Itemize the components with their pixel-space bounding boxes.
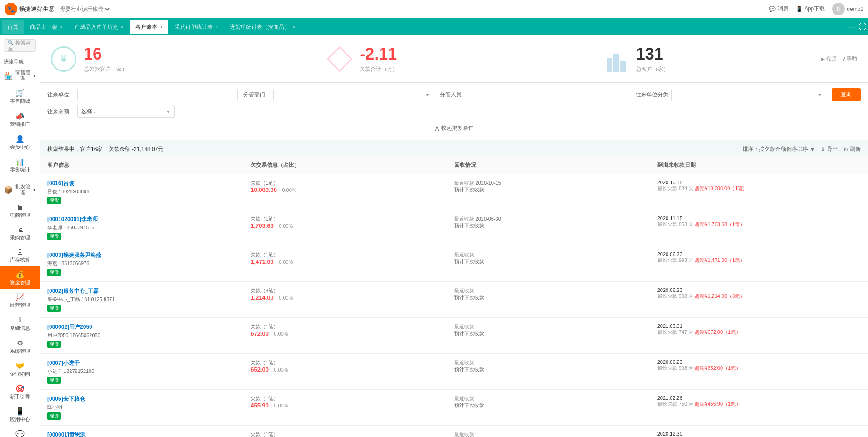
sidebar-item-retail-store[interactable]: 🛒 零售商城 (0, 85, 40, 108)
sidebar-item-corp-wechat[interactable]: 💬 企业微信 (0, 426, 40, 437)
quick-nav-label: 快捷导航 (0, 55, 40, 66)
person-input[interactable]: ··· (470, 89, 630, 101)
person-label: 分管人员 (440, 91, 467, 99)
sidebar-item-batch-mgmt[interactable]: 📦 批发管理 ▾ (0, 180, 40, 199)
tab-customer-account-close[interactable]: × (160, 25, 163, 30)
sidebar-item-basic-info[interactable]: ℹ 基础信息 (0, 312, 40, 335)
sidebar-item-retail-stats[interactable]: 📊 零售统计 (0, 154, 40, 176)
message-btn[interactable]: 💬 消息 (769, 5, 788, 13)
tab-customer-account[interactable]: 客户账本 × (130, 20, 168, 34)
customer-name-4[interactable]: [000002]用户2050 (47, 323, 251, 331)
yuan-icon: ¥ (51, 46, 76, 72)
video-action-btn[interactable]: ▶ 视频 (821, 55, 837, 63)
export-btn[interactable]: ⬇ 导出 (821, 146, 838, 153)
corp-wechat-icon: 💬 (15, 430, 25, 437)
customer-name-7[interactable]: [000001]黄思源 (47, 431, 251, 437)
sidebar-item-app-center[interactable]: 📱 应用中心 (0, 403, 40, 426)
tab-purchase-order-close[interactable]: × (216, 25, 218, 30)
overdue-link-4[interactable]: 超期¥672.00（1笔） (695, 329, 741, 335)
customer-name-2[interactable]: [0003]畅捷服务尹海燕 (47, 251, 251, 259)
tab-home[interactable]: 首页 (2, 20, 24, 34)
sidebar-item-ecommerce[interactable]: 🖥 电商管理 (0, 200, 40, 222)
overdue-link-0[interactable]: 超期¥10,000.00（1笔） (695, 186, 748, 191)
customer-info-4: 用户2050 18665062050 (47, 332, 251, 339)
sidebar-item-marketing[interactable]: 📣 营销推广 (0, 108, 40, 131)
balance-select[interactable]: 选择... ▼ (77, 105, 175, 118)
user-profile[interactable]: D demo2 (832, 3, 863, 15)
bld-bar-3 (620, 61, 626, 72)
tab-product-history[interactable]: 产成品入库单历史 × (69, 20, 129, 34)
inventory-icon: 🗄 (16, 248, 24, 256)
debt-amount-4[interactable]: 672.00 (251, 330, 269, 337)
customer-name-1[interactable]: [0001020001]李老师 (47, 216, 251, 223)
from-unit-input[interactable]: ··· (77, 89, 238, 101)
debt-amount-3[interactable]: 1,214.00 (251, 294, 274, 301)
last-collect-label-3: 最近收款 (454, 288, 474, 293)
debt-amount-6[interactable]: 455.90 (251, 402, 269, 409)
collection-info-0: 最近收款 2020-10-15 (454, 180, 657, 186)
overdue-link-5[interactable]: 超期¥652.00（1笔） (695, 365, 741, 371)
sidebar-item-purchase[interactable]: 🛍 采购管理 (0, 222, 40, 244)
newbie-icon: 🎯 (15, 384, 25, 393)
main-wrapper: 🔍 搜索菜单 快捷导航 🏪 零售管理 ▾ 🛒 零售商城 📣 营销推广 👤 会员中… (0, 35, 868, 437)
sidebar-item-inventory[interactable]: 🗄 库存核算 (0, 244, 40, 266)
sidebar-item-retail-store-label: 零售商城 (10, 98, 30, 104)
tab-purchase-order[interactable]: 采购订单统计表 × (169, 20, 224, 34)
debt-label-1: 欠款（1笔） (251, 216, 454, 222)
sidebar-item-system[interactable]: ⚙ 系统管理 (0, 335, 40, 358)
debt-amount-2[interactable]: 1,471.00 (251, 258, 274, 265)
customer-badge-6: 现货 (47, 412, 61, 420)
tab-expand-btn[interactable]: ⛶ (859, 23, 866, 31)
overdue-link-2[interactable]: 超期¥1,471.00（1笔） (695, 257, 745, 263)
sidebar-item-finance[interactable]: 💰 资金管理 (0, 266, 40, 289)
customer-badge-5: 现货 (47, 377, 61, 384)
query-btn[interactable]: 查询 (832, 88, 861, 101)
customer-name-0[interactable]: [0016]吕俊 (47, 180, 251, 187)
debt-amount-5[interactable]: 652.00 (251, 366, 269, 373)
sidebar-item-finance-label: 资金管理 (10, 280, 30, 286)
col-header-debt: 欠交易信息（占比） (251, 161, 454, 169)
sidebar-item-retail-mgmt[interactable]: 🏪 零售管理 ▾ (0, 66, 40, 85)
next-collect-6: 预计下次收款 (454, 402, 657, 409)
dept-select[interactable]: ▼ (273, 89, 434, 101)
overdue-link-3[interactable]: 超期¥1,214.00（3笔） (695, 293, 745, 299)
system-icon: ⚙ (17, 339, 23, 347)
tab-product-shelf[interactable]: 商品上下架 × (25, 20, 68, 34)
sidebar-item-member[interactable]: 👤 会员中心 (0, 131, 40, 154)
tab-product-history-close[interactable]: × (121, 25, 124, 30)
debt-amount-0[interactable]: 10,000.00 (251, 186, 277, 193)
message-icon: 💬 (769, 6, 776, 12)
debt-amount-1[interactable]: 1,703.68 (251, 222, 274, 229)
tab-minimize-btn[interactable]: — (849, 23, 856, 31)
sidebar-item-newbie[interactable]: 🎯 新手引导 (0, 381, 40, 403)
sidebar-item-enterprise[interactable]: 🤝 企业协同 (0, 358, 40, 381)
customer-name-5[interactable]: [0007]小进干 (47, 359, 251, 367)
logo-area: 🐾 畅捷通好生意 (5, 3, 55, 15)
brand-selector[interactable]: 母婴行业演示账套 (58, 5, 111, 13)
tab-product-shelf-label: 商品上下架 (30, 23, 57, 31)
overdue-days-3: 最长欠款 998 天 超期¥1,214.00（3笔） (657, 293, 861, 300)
table-row: [000001]黄思源 黄思源 13552700226 现货 欠款（1笔） 42… (40, 426, 868, 437)
debt-label-7: 欠款（1笔） (251, 431, 454, 437)
sidebar-item-member-label: 会员中心 (10, 144, 30, 150)
collection-info-4: 最近收款 (454, 323, 657, 330)
overdue-link-1[interactable]: 超期¥1,703.68（1笔） (695, 221, 745, 227)
customer-name-6[interactable]: [0006]去下粮仓 (47, 395, 251, 403)
search-menu-btn[interactable]: 🔍 搜索菜单 (4, 39, 36, 52)
app-download-btn[interactable]: 📱 App下载 (796, 5, 825, 13)
tab-inventory-stats-close[interactable]: × (292, 25, 295, 30)
table-row: [0002]服务中心_丁磊 服务中心_丁磊 181 0125 8371 现货 欠… (40, 282, 868, 318)
tab-product-shelf-close[interactable]: × (60, 25, 63, 30)
help-action-btn[interactable]: ? 帮助 (842, 55, 857, 63)
customer-name-3[interactable]: [0002]服务中心_丁磊 (47, 287, 251, 295)
tab-inventory-stats[interactable]: 进货单统计表（按商品） × (224, 20, 301, 34)
table-row: [0007]小进干 小进干 18279152100 现货 欠款（1笔） 652.… (40, 354, 868, 390)
user-avatar: D (832, 3, 845, 15)
refresh-btn[interactable]: ↻ 刷新 (843, 146, 861, 153)
sidebar-item-operations[interactable]: 📈 经营管理 (0, 289, 40, 312)
unit-type-select[interactable]: ▼ (671, 89, 826, 101)
from-unit-dots: ··· (81, 92, 89, 98)
collapse-row[interactable]: ⋀ 收起更多条件 (47, 121, 861, 135)
overdue-link-6[interactable]: 超期¥455.90（1笔） (695, 401, 741, 407)
next-collect-4: 预计下次收款 (454, 330, 657, 337)
